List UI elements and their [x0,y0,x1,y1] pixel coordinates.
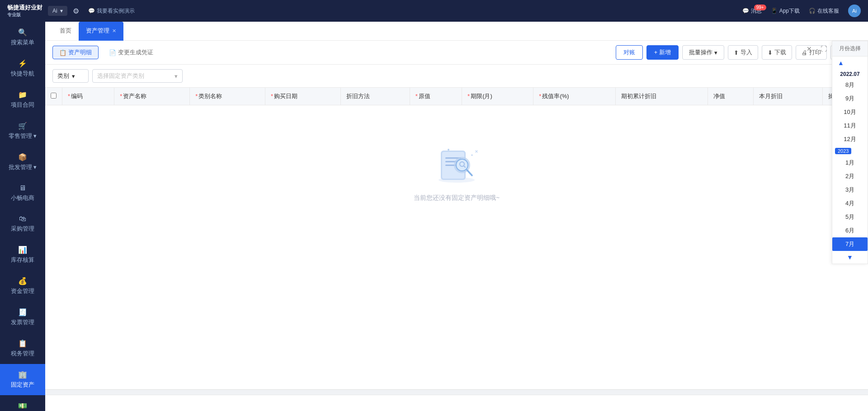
tab-home[interactable]: 首页 [52,22,79,41]
col-net-value: 净值 [708,88,754,105]
month-item-11[interactable]: 11月 [832,119,868,132]
demo-icon: 💬 [88,8,95,14]
month-item-4[interactable]: 4月 [832,197,868,210]
sidebar-item-project[interactable]: 📁 项目合同 [0,84,45,115]
asset-detail-icon: 📋 [59,49,66,56]
col-code: *编码 [62,88,114,105]
sidebar-item-wholesale[interactable]: 📦 批发管理 ▾ [0,146,45,178]
month-item-1[interactable]: 1月 [832,156,868,170]
inner-tabs-bar: 📋 资产明细 📄 变更生成凭证 对账 + 新增 批量操作 ▾ ⬆ [45,41,868,65]
col-monthly-depreciation: 本月折旧 [754,88,823,105]
col-category-name: *类别名称 [190,88,265,105]
messages-button[interactable]: 💬 消息 99+ [742,7,762,15]
app-icon: 📱 [771,8,778,14]
main-layout: 🔍 搜索菜单 ⚡ 快捷导航 📁 项目合同 🛒 零售管理 ▾ 📦 批发管理 ▾ 🖥… [0,22,868,411]
category-input[interactable]: 选择固定资产类别 ▾ [92,69,183,83]
sidebar-item-purchase[interactable]: 🛍 采购管理 [0,208,45,239]
month-item-10[interactable]: 10月 [832,105,868,119]
category-type-selector[interactable]: 类别 ▾ [52,69,89,83]
col-accumulated-depreciation: 期初累计折旧 [615,88,708,105]
month-item-6[interactable]: 6月 [832,224,868,237]
month-prev-button[interactable]: ▲ [835,58,847,67]
batch-button[interactable]: 批量操作 ▾ [682,45,724,60]
asset-table-wrap: *编码 *资产名称 *类别名称 *购买日期 折旧方法 [45,88,868,389]
change-voucher-icon: 📄 [109,49,116,56]
headset-icon: 🎧 [809,8,816,14]
expand-panel-button[interactable]: ⛶ [818,43,829,54]
empty-illustration [429,142,484,187]
online-service-button[interactable]: 🎧 在线客服 [809,7,839,15]
sidebar-item-fixed-assets[interactable]: 🏢 固定资产 [0,364,45,395]
month-item-7-2023[interactable]: 7月 [832,237,868,251]
invoice-icon: 🧾 [18,308,27,317]
month-next-button[interactable]: ▼ [844,253,856,262]
search-icon: 🔍 [18,28,27,37]
company-selector[interactable]: Ai ▾ [48,6,67,16]
sidebar-item-inventory[interactable]: 📊 库存核算 [0,239,45,270]
project-icon: 📁 [18,90,27,99]
top-bar-right: 💬 消息 99+ 📱 App下载 🎧 在线客服 Ai [742,5,861,17]
tab-asset-management[interactable]: 资产管理 ✕ [79,22,123,41]
filter-bar: 类别 ▾ 选择固定资产类别 ▾ [45,65,868,88]
duizhang-button[interactable]: 对账 [616,45,643,60]
month-item-5[interactable]: 5月 [832,210,868,224]
sidebar-item-ecommerce[interactable]: 🖥 小畅电商 [0,178,45,208]
payroll-icon: 💵 [18,402,27,410]
empty-text: 当前您还没有固定资产明细哦~ [414,194,500,202]
month-item-12[interactable]: 12月 [832,132,868,146]
col-asset-name: *资产名称 [114,88,190,105]
tab-asset-detail[interactable]: 📋 资产明细 [52,46,99,59]
horizontal-scrollbar[interactable] [45,389,868,395]
demo-link[interactable]: 💬 我要看实例演示 [88,7,135,15]
settings-icon[interactable]: ⚙ [73,7,79,15]
inventory-icon: 📊 [18,246,27,254]
tax-icon: 📋 [18,339,27,348]
add-button[interactable]: + 新增 [646,45,679,60]
sidebar-item-search[interactable]: 🔍 搜索菜单 [0,22,45,53]
col-period: *期限(月) [462,88,533,105]
svg-line-9 [467,170,472,175]
tab-change-voucher[interactable]: 📄 变更生成凭证 [102,46,160,59]
sidebar-item-invoice[interactable]: 🧾 发票管理 [0,302,45,333]
year-2023-badge: 2023 [835,148,851,154]
year-2022-label: 2022.07 [838,69,861,78]
col-residual-rate: *残值率(%) [533,88,615,105]
batch-arrow-icon: ▾ [714,49,717,56]
ecommerce-icon: 🖥 [19,184,26,192]
close-panel-button[interactable]: ✕ [804,43,815,54]
month-panel: 月份选择 ▲ 2022.07 8月 9月 10月 11月 12月 2023 1月… [832,41,868,264]
month-item-2[interactable]: 2月 [832,170,868,183]
sidebar-item-tax[interactable]: 📋 税务管理 [0,333,45,364]
app-download-button[interactable]: 📱 App下载 [771,7,800,15]
select-all-checkbox[interactable] [51,93,57,99]
sidebar-item-quick-nav[interactable]: ⚡ 快捷导航 [0,53,45,84]
import-button[interactable]: ⬆ 导入 [728,45,758,60]
retail-icon: 🛒 [18,122,27,130]
month-item-8[interactable]: 8月 [832,78,868,92]
fixed-assets-icon: 🏢 [18,370,27,379]
filter-dropdown-icon: ▾ [175,73,178,80]
sidebar: 🔍 搜索菜单 ⚡ 快捷导航 📁 项目合同 🛒 零售管理 ▾ 📦 批发管理 ▾ 🖥… [0,22,45,411]
asset-table: *编码 *资产名称 *类别名称 *购买日期 折旧方法 [45,88,868,238]
sidebar-item-finance[interactable]: 💰 资金管理 [0,270,45,302]
bottom-bar [45,395,868,411]
download-button[interactable]: ⬇ 下载 [762,45,792,60]
content-area: 首页 资产管理 ✕ 📋 资产明细 📄 变更生成凭证 对账 [45,22,868,411]
svg-point-12 [448,149,449,151]
month-item-9[interactable]: 9月 [832,92,868,105]
user-avatar[interactable]: Ai [848,5,861,17]
col-depreciation-method: 折旧方法 [340,88,410,105]
tab-close-icon[interactable]: ✕ [112,28,116,34]
category-dropdown-icon: ▾ [72,73,75,80]
month-item-3[interactable]: 3月 [832,183,868,197]
sidebar-item-retail[interactable]: 🛒 零售管理 ▾ [0,115,45,146]
top-bar: 畅捷通好业财 专业版 Ai ▾ ⚙ 💬 我要看实例演示 💬 消息 99+ 📱 A… [0,0,868,22]
wholesale-icon: 📦 [18,153,27,161]
app-logo: 畅捷通好业财 专业版 [7,4,42,18]
table-header-row: *编码 *资产名称 *类别名称 *购买日期 折旧方法 [45,88,868,105]
import-icon: ⬆ [734,49,739,56]
select-all-header [45,88,62,105]
sidebar-item-payroll[interactable]: 💵 工资 [0,395,45,411]
col-purchase-date: *购买日期 [265,88,341,105]
col-original-value: *原值 [410,88,462,105]
